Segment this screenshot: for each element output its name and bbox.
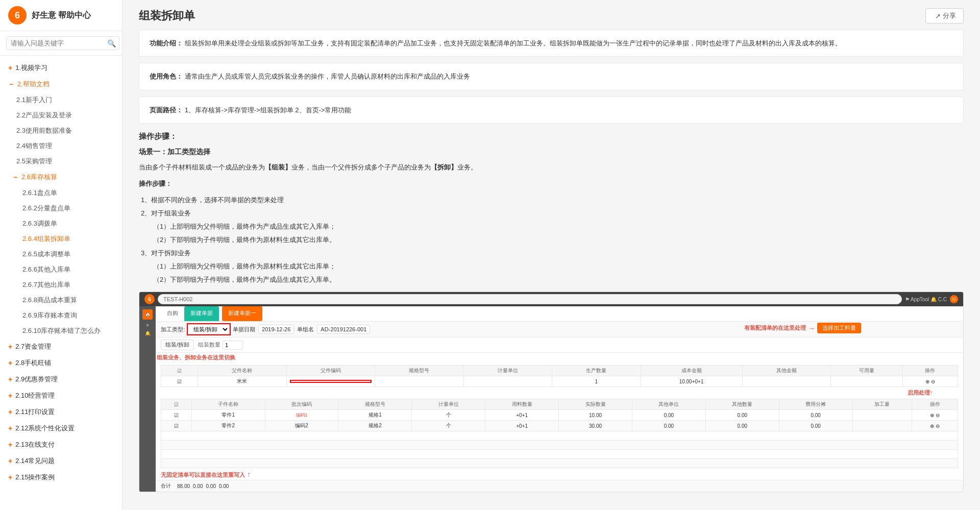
mock-assemble-tab[interactable]: 组装/拆卸 [161, 339, 194, 350]
expand-icon-2-10: + [8, 392, 12, 400]
mock-lower-table-wrapper: ☑ 子件名称 批次编码 规格型号 计量单位 用料数量 实际数量 其他单位 其他数 [156, 398, 963, 469]
mock-td-actions[interactable]: ⊕ ⊖ [902, 376, 958, 387]
sidebar-item-2-12[interactable]: + 2.12系统个性化设置 [0, 420, 122, 436]
feature-intro-block: 功能介绍： 组装拆卸单用来处理企业组装或拆卸等加工业务，支持有固定装配清单的产品… [139, 30, 964, 57]
mock-menu-icon: ≡ [146, 323, 149, 328]
sidebar-item-2-6-10[interactable]: 2.6.10库存账本错了怎么办 [0, 323, 122, 338]
mock-ltd-unit-1: 个 [412, 410, 485, 421]
mock-th-checkbox: ☑ [161, 366, 198, 376]
sidebar-item-2-6-9[interactable]: 2.6.9库存账本查询 [0, 308, 122, 323]
mock-tab-new[interactable]: 新建单据 [184, 306, 219, 321]
expand-icon-2-9: + [8, 375, 12, 383]
sidebar-item-2-6[interactable]: − 2.6库存核算 [0, 169, 122, 185]
share-button[interactable]: ↗ 分享 [925, 8, 964, 23]
sidebar-item-2-6-4[interactable]: 2.6.4组装拆卸单 [0, 231, 122, 247]
mock-lth-process: 加工量 [852, 399, 912, 410]
expand-icon-2-15: + [8, 473, 12, 481]
sidebar-item-1[interactable]: + 1.视频学习 [0, 60, 122, 76]
sidebar-item-2[interactable]: − 2.帮助文档 [0, 76, 122, 92]
sidebar-item-2-3[interactable]: 2.3使用前数据准备 [0, 123, 122, 138]
mock-type-select[interactable]: 组装/拆卸 [188, 324, 230, 334]
sidebar-item-2-14[interactable]: + 2.14常见问题 [0, 453, 122, 469]
table-row [161, 431, 958, 441]
mock-ltd-process-1 [852, 410, 912, 421]
logo-icon: 6 [8, 6, 27, 25]
sidebar-item-2-5[interactable]: 2.5采购管理 [0, 154, 122, 169]
table-row: ☑ 零件1 编码1 规格1 个 +0+1 10.00 [161, 410, 958, 421]
path-label: 页面路径： [150, 106, 183, 114]
mock-date-value: 2019-12-26 [258, 325, 294, 334]
mock-th-spec: 规格型号 [375, 366, 464, 376]
sidebar-item-2-10[interactable]: + 2.10经营管理 [0, 387, 122, 404]
sidebar-item-2-1[interactable]: 2.1新手入门 [0, 92, 122, 108]
mock-footer-label: 合计 [161, 482, 171, 490]
mock-ltd-spec-1: 规格1 [338, 410, 412, 421]
mock-td-unit [463, 376, 552, 387]
mock-tab-self[interactable]: 自购 [161, 306, 184, 321]
sidebar-item-2-15[interactable]: + 2.15操作案例 [0, 469, 122, 485]
mock-qty-input[interactable] [223, 341, 243, 350]
mock-td-avail [831, 376, 903, 387]
mock-empty-row-5 [161, 450, 958, 459]
mock-ltd-other-qty-2: 0.00 [705, 421, 779, 431]
sidebar-item-label-2-13: 2.13在线支付 [15, 440, 55, 449]
mock-ltd-process-2 [852, 421, 912, 431]
mock-td-parent-name: 米米 [198, 376, 287, 387]
sidebar-item-2-6-5[interactable]: 2.6.5成本调整单 [0, 247, 122, 262]
mock-empty-row-6 [161, 459, 958, 468]
sidebar-item-label-2-7: 2.7资金管理 [15, 342, 51, 351]
sidebar-item-2-2[interactable]: 2.2产品安装及登录 [0, 108, 122, 123]
search-input[interactable] [6, 36, 119, 50]
sidebar-item-2-6-6[interactable]: 2.6.6其他入库单 [0, 262, 122, 277]
mock-ltd-actual-2: 30.00 [559, 421, 632, 431]
mock-process-btn[interactable]: 选择加工料量 [817, 323, 861, 333]
mock-ltd-ops-1[interactable]: ⊕ ⊖ [912, 410, 958, 421]
annotation-5-arrow: ↑ [247, 470, 251, 478]
mock-footer: 合计 88.00 0.00 0.00 0.00 [156, 480, 963, 492]
path-text: 1、库存核算->库存管理->组装拆卸单 2、首页->常用功能 [185, 106, 352, 114]
mock-td-spec [375, 376, 464, 387]
mock-lth-use-qty: 用料数量 [485, 399, 559, 410]
role-block: 使用角色： 通常由生产人员或库管人员完成拆装业务的操作，库管人员确认原材料的出库… [139, 63, 964, 90]
mock-url-bar: TEST-H002 [158, 294, 902, 304]
share-icon: ↗ [935, 12, 941, 20]
role-label: 使用角色： [150, 72, 183, 80]
nav-list: + 1.视频学习 − 2.帮助文档 2.1新手入门 2.2产品安装及登录 2.3… [0, 56, 122, 510]
mock-td-prod-qty: 1 [552, 376, 641, 387]
screenshot-mockup: 6 TEST-H002 ⚑ AppTool 🔔 C.C U 🏠 ≡ 🔔 [139, 292, 963, 492]
main-content: 组装拆卸单 ↗ 分享 功能介绍： 组装拆卸单用来处理企业组装或拆卸等加工业务，支… [122, 0, 980, 510]
ops-title: 操作步骤： [139, 132, 964, 141]
step-2-2: （2）下部明细为子件明细，最终作为原材料生成其它出库单。 [139, 233, 964, 247]
mock-lth-child-name: 子件名称 [191, 399, 265, 410]
search-bar: 🔍 [0, 31, 122, 56]
sidebar-item-2-11[interactable]: + 2.11打印设置 [0, 404, 122, 420]
mock-ltd-batch-2: 编码2 [265, 421, 338, 431]
page-title: 组装拆卸单 [139, 8, 195, 23]
mock-new-btn[interactable]: 新建单据一 [222, 306, 262, 321]
mock-ltd-other-unit-2: 0.00 [632, 421, 705, 431]
sidebar-item-2-7[interactable]: + 2.7资金管理 [0, 338, 122, 355]
sidebar-item-2-6-7[interactable]: 2.6.7其他出库单 [0, 277, 122, 293]
sidebar-item-2-6-1[interactable]: 2.6.1盘点单 [0, 185, 122, 201]
sidebar-item-2-13[interactable]: + 2.13在线支付 [0, 436, 122, 453]
step-2-1: （1）上部明细为父件明细，最终作为产成品生成其它入库单； [139, 220, 964, 233]
sidebar-item-2-4[interactable]: 2.4销售管理 [0, 138, 122, 154]
search-icon[interactable]: 🔍 [107, 39, 116, 47]
expand-icon-2-14: + [8, 457, 12, 465]
expand-icon-2-12: + [8, 424, 12, 432]
mock-ltd-ops-2[interactable]: ⊕ ⊖ [912, 421, 958, 431]
sidebar-item-label-2-6: 2.6库存核算 [21, 173, 57, 182]
mock-user-avatar: U [950, 295, 958, 303]
step-3-2: （2）下部明细为子件明细，最终作为产成品生成其它入库单。 [139, 273, 964, 286]
mock-th-unit: 计量单位 [463, 366, 552, 376]
sidebar-item-label-2-9: 2.9优惠券管理 [15, 375, 58, 384]
sidebar-item-2-6-3[interactable]: 2.6.3调拨单 [0, 216, 122, 231]
table-row [161, 450, 958, 459]
mock-lth-spec: 规格型号 [338, 399, 412, 410]
sidebar-item-2-6-2[interactable]: 2.6.2分量盘点单 [0, 201, 122, 216]
sidebar-item-2-9[interactable]: + 2.9优惠券管理 [0, 371, 122, 387]
mock-header-icons: ⚑ AppTool 🔔 C.C [905, 297, 947, 302]
sidebar-item-2-6-8[interactable]: 2.6.8商品成本重算 [0, 293, 122, 308]
mock-ltd-name-1: 零件1 [191, 410, 265, 421]
sidebar-item-2-8[interactable]: + 2.8手机旺铺 [0, 355, 122, 371]
